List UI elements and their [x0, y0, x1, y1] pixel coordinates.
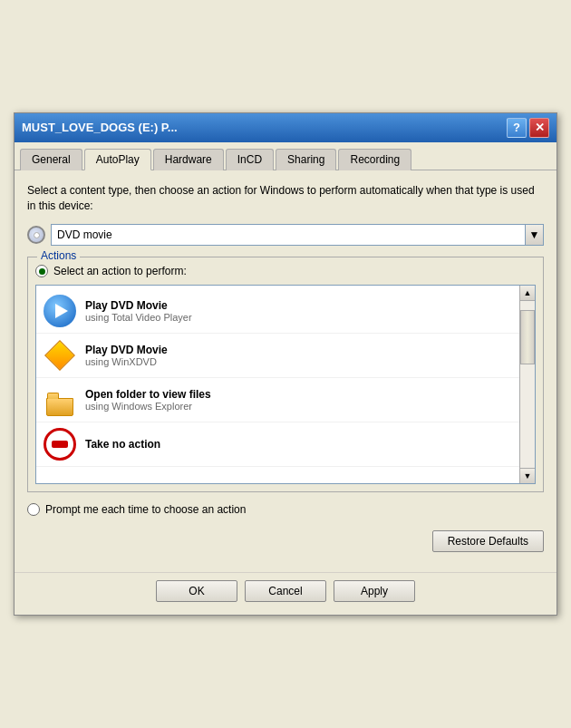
title-bar-left: MUST_LOVE_DOGS (E:) P... — [22, 121, 178, 134]
action-text-tvp: Play DVD Movie using Total Video Player — [85, 299, 192, 323]
tabs-row: General AutoPlay Hardware InCD Sharing R… — [15, 142, 556, 170]
action-item-folder[interactable]: Open folder to view files using Windows … — [36, 378, 519, 422]
action-icon-no-entry — [44, 428, 76, 461]
action-sub-folder: using Windows Explorer — [85, 401, 211, 412]
action-item-winxdvd[interactable]: Play DVD Movie using WinXDVD — [36, 334, 519, 378]
actions-list: Play DVD Movie using Total Video Player — [35, 285, 536, 484]
action-icon-folder — [44, 383, 76, 416]
tab-recording[interactable]: Recording — [338, 149, 411, 170]
title-bar: MUST_LOVE_DOGS (E:) P... ? ✕ — [15, 113, 556, 142]
main-window: MUST_LOVE_DOGS (E:) P... ? ✕ General Aut… — [14, 112, 557, 616]
restore-defaults-row: Restore Defaults — [27, 530, 544, 552]
action-item-tvp[interactable]: Play DVD Movie using Total Video Player — [36, 289, 519, 334]
action-icon-winxdvd — [44, 339, 76, 372]
title-buttons: ? ✕ — [507, 118, 549, 138]
content-type-dropdown[interactable]: DVD movie ▼ — [51, 224, 544, 246]
tab-hardware[interactable]: Hardware — [153, 149, 224, 170]
window-title: MUST_LOVE_DOGS (E:) P... — [22, 121, 178, 134]
description-text: Select a content type, then choose an ac… — [27, 183, 544, 214]
action-text-noaction: Take no action — [85, 438, 160, 451]
radio-prompt-row[interactable]: Prompt me each time to choose an action — [27, 503, 544, 516]
dvd-icon — [27, 226, 45, 244]
ok-button[interactable]: OK — [156, 580, 237, 602]
apply-button[interactable]: Apply — [334, 580, 415, 602]
tab-sharing[interactable]: Sharing — [276, 149, 336, 170]
action-main-winxdvd: Play DVD Movie — [85, 344, 168, 356]
content-type-row: DVD movie ▼ — [27, 224, 544, 246]
action-icon-play-blue — [44, 295, 76, 327]
radio-prompt[interactable] — [27, 503, 40, 516]
play-blue-icon — [44, 295, 76, 327]
tab-autoplay[interactable]: AutoPlay — [84, 149, 151, 170]
folder-icon — [44, 383, 76, 416]
action-main-tvp: Play DVD Movie — [85, 299, 192, 312]
cancel-button[interactable]: Cancel — [245, 580, 326, 602]
restore-defaults-button[interactable]: Restore Defaults — [432, 530, 544, 552]
scroll-thumb[interactable] — [520, 310, 535, 364]
action-text-winxdvd: Play DVD Movie using WinXDVD — [85, 344, 168, 367]
bottom-buttons: OK Cancel Apply — [15, 572, 556, 615]
tab-incd[interactable]: InCD — [226, 149, 274, 170]
winxdvd-icon — [44, 339, 76, 372]
radio-prompt-label: Prompt me each time to choose an action — [45, 503, 246, 516]
help-button[interactable]: ? — [507, 118, 527, 138]
actions-group: Actions Select an action to perform: Pla… — [27, 257, 544, 492]
actions-list-items: Play DVD Movie using Total Video Player — [36, 286, 519, 483]
action-sub-winxdvd: using WinXDVD — [85, 356, 168, 367]
radio-select-action-row[interactable]: Select an action to perform: — [35, 265, 536, 277]
scroll-track — [520, 301, 535, 468]
radio-select-action[interactable] — [35, 265, 48, 277]
no-entry-icon — [44, 428, 76, 461]
action-item-noaction[interactable]: Take no action — [36, 422, 519, 467]
scroll-up-button[interactable]: ▲ — [520, 286, 535, 301]
actions-group-label: Actions — [37, 249, 80, 262]
content-area: Select a content type, then choose an ac… — [15, 170, 556, 573]
close-button[interactable]: ✕ — [529, 118, 549, 138]
list-scrollbar[interactable]: ▲ ▼ — [519, 286, 535, 483]
action-main-folder: Open folder to view files — [85, 388, 211, 401]
dropdown-arrow-icon[interactable]: ▼ — [525, 225, 543, 245]
action-main-noaction: Take no action — [85, 438, 160, 451]
action-text-folder: Open folder to view files using Windows … — [85, 388, 211, 412]
radio-select-action-label: Select an action to perform: — [53, 265, 187, 277]
action-sub-tvp: using Total Video Player — [85, 312, 192, 323]
tab-general[interactable]: General — [20, 149, 82, 170]
dropdown-value: DVD movie — [52, 228, 525, 241]
scroll-down-button[interactable]: ▼ — [520, 468, 535, 483]
